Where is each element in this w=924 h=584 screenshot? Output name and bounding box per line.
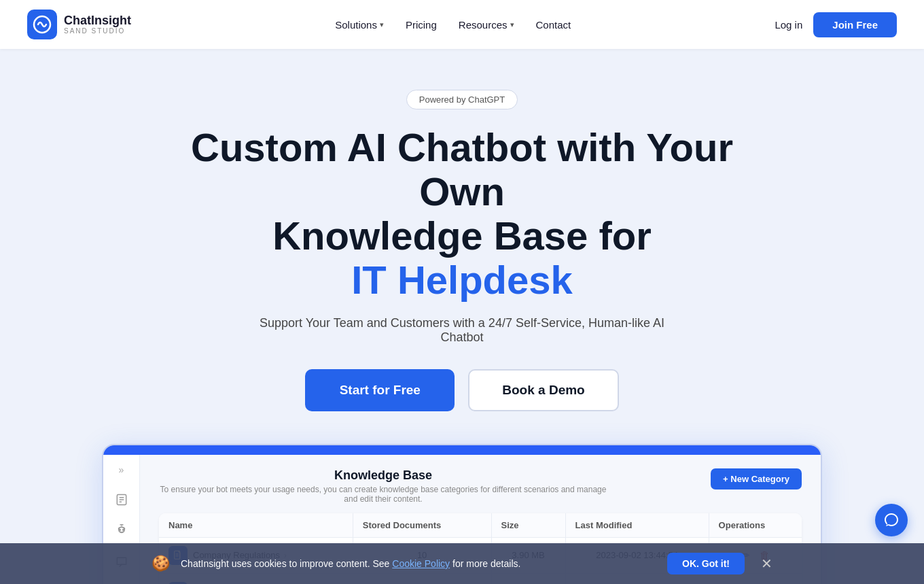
col-size: Size xyxy=(491,513,565,538)
cookie-close-button[interactable]: ✕ xyxy=(761,555,772,572)
kb-desc: To ensure your bot meets your usage need… xyxy=(159,485,607,504)
logo[interactable]: ChatInsight Sand Studio xyxy=(27,10,131,39)
nav-contact[interactable]: Contact xyxy=(536,19,571,31)
col-name: Name xyxy=(159,513,353,538)
svg-point-7 xyxy=(122,529,124,530)
chevron-down-icon: ▾ xyxy=(510,20,514,29)
chat-widget-button[interactable] xyxy=(875,504,908,536)
sidebar-bot-icon[interactable] xyxy=(112,521,131,540)
login-link[interactable]: Log in xyxy=(775,19,802,31)
dashboard-topbar xyxy=(103,445,821,455)
cookie-policy-link[interactable]: Cookie Policy xyxy=(392,558,450,569)
sidebar-docs-icon[interactable] xyxy=(112,490,131,509)
kb-header: Knowledge Base To ensure your bot meets … xyxy=(159,468,802,504)
book-demo-button[interactable]: Book a Demo xyxy=(468,369,618,411)
col-docs: Stored Documents xyxy=(353,513,491,538)
start-free-button[interactable]: Start for Free xyxy=(305,369,455,411)
powered-badge: Powered by ChatGPT xyxy=(406,90,518,109)
join-free-button[interactable]: Join Free xyxy=(813,12,897,37)
kb-title: Knowledge Base xyxy=(159,468,607,483)
new-category-button[interactable]: + New Category xyxy=(711,468,802,489)
col-modified: Last Modified xyxy=(565,513,709,538)
chevron-down-icon: ▾ xyxy=(380,20,384,29)
cookie-banner: 🍪 ChatInsight uses cookies to improve co… xyxy=(0,543,924,584)
table-header-row: Name Stored Documents Size Last Modified… xyxy=(159,513,802,538)
svg-point-6 xyxy=(119,529,120,530)
hero-title-accent: IT Helpdesk xyxy=(351,258,573,302)
navbar: ChatInsight Sand Studio Solutions ▾ Pric… xyxy=(0,0,924,49)
nav-resources[interactable]: Resources ▾ xyxy=(459,19,514,31)
cookie-emoji: 🍪 xyxy=(152,555,170,572)
hero-buttons: Start for Free Book a Demo xyxy=(305,369,618,411)
cookie-text: ChatInsight uses cookies to improve cont… xyxy=(181,558,656,569)
logo-sub: Sand Studio xyxy=(64,27,131,35)
hero-section: Powered by ChatGPT Custom AI Chatbot wit… xyxy=(0,49,924,584)
hero-subtitle: Support Your Team and Customers with a 2… xyxy=(245,316,679,345)
cookie-ok-button[interactable]: OK. Got it! xyxy=(667,553,745,574)
logo-icon xyxy=(27,10,57,39)
logo-title: ChatInsight xyxy=(64,14,131,28)
col-ops: Operations xyxy=(709,513,802,538)
nav-links: Solutions ▾ Pricing Resources ▾ Contact xyxy=(335,19,571,31)
nav-actions: Log in Join Free xyxy=(775,12,897,37)
nav-solutions[interactable]: Solutions ▾ xyxy=(335,19,384,31)
hero-title: Custom AI Chatbot with Your Own Knowledg… xyxy=(163,126,761,303)
nav-pricing[interactable]: Pricing xyxy=(406,19,437,31)
sidebar-collapse-icon[interactable]: » xyxy=(119,464,124,475)
